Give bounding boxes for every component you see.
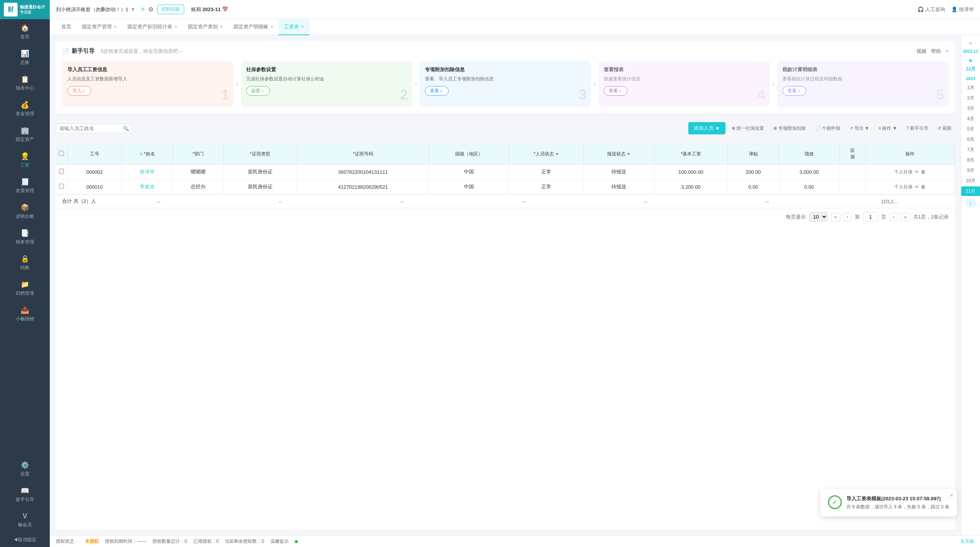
tab-close-icon[interactable]: × [175,24,177,29]
edit-icon[interactable]: ✏ [915,169,919,175]
tab-fixed-assets[interactable]: 固定资产管理 × [77,19,122,35]
sidebar-item-report[interactable]: 📋 报表中心 [0,70,50,96]
tab-asset-category[interactable]: 固定资产类别 × [183,19,228,35]
close-onboarding-button[interactable]: × [946,48,949,54]
step-2-button[interactable]: 设置＞ [246,86,270,96]
add-account-button[interactable]: + [141,5,145,13]
social-insurance-button[interactable]: 个人社保 [894,169,913,175]
guide-button[interactable]: ? 新手引导 [903,124,931,133]
employee-name-link[interactable]: 徐泽华 [140,169,155,175]
prev-page-button[interactable]: ‹ [843,213,852,221]
sidebar-item-expense[interactable]: 📤 小畅报销 [0,301,50,327]
row-checkbox-cell[interactable] [56,180,67,194]
status-filter-icon[interactable]: ▼ [555,152,559,156]
payroll-icon: 👷 [21,152,29,160]
search-box[interactable]: 🔍 [56,124,132,133]
select-all-header[interactable] [56,144,67,165]
collapse-panel-button[interactable]: « [968,38,974,47]
sidebar-item-ledger[interactable]: 📊 总账 [0,45,50,70]
cancel-fixed-button[interactable]: ◀取消固定 [0,533,50,547]
panel-up-button[interactable]: ▲ [967,55,975,64]
sidebar-item-home[interactable]: 🏠 首页 [0,19,50,45]
tab-asset-detail[interactable]: 固定资产明细账 × [228,19,279,35]
tab-close-icon[interactable]: × [301,24,304,29]
social-security-button[interactable]: ⊕ 统一社保设置 [728,124,767,133]
version-switch-button[interactable]: 切到旧版 [157,5,184,14]
sidebar-item-tax[interactable]: 📑 税务管理 [0,224,50,250]
social-insurance-button[interactable]: 个人社保 [894,184,913,190]
sort-icon[interactable]: ⇅ [140,152,143,156]
sidebar-item-label: 税务管理 [16,239,34,245]
delete-icon[interactable]: 🗑 [921,169,926,175]
tax-report-button[interactable]: 📄 个税申报 [812,124,843,133]
sidebar-item-label: 畅会员 [18,522,32,528]
month-item-4[interactable]: 4月 [961,114,980,124]
step-1-button[interactable]: 导入＞ [67,86,91,96]
period-selector[interactable]: 账期 2023-11 📅 [191,6,229,13]
employee-id-no: 412702198206290521 [297,180,429,194]
row-checkbox[interactable] [59,169,64,174]
sidebar-item-assets[interactable]: 🏢 固定资产 [0,122,50,147]
tab-payroll[interactable]: 工资表 × [279,19,309,35]
month-item-9[interactable]: 9月 [961,166,980,175]
pagination: 每页显示 10 20 50 « ‹ 第 页 › » 共1页，2条记录 [56,208,955,225]
next-page-button[interactable]: › [889,213,898,221]
account-selector[interactable]: 刘小艳演示账套（勿删勿动！）1 ▼ [56,6,136,13]
row-checkbox[interactable] [59,184,64,189]
month-item-11[interactable]: 11月 [961,186,980,196]
month-item-2[interactable]: 2月 [961,93,980,103]
sidebar-item-guide[interactable]: 📖 新手引导 [0,482,50,508]
month-item-7[interactable]: 7月 [961,145,980,155]
sidebar-item-finance[interactable]: 💰 资金管理 [0,96,50,122]
tab-close-icon[interactable]: × [271,24,273,29]
employee-nationality: 中国 [429,165,509,180]
sidebar-item-member[interactable]: V 畅会员 [0,508,50,533]
employee-name-link[interactable]: 李俊杰 [140,184,155,189]
settings-button[interactable]: ⚙ [148,6,154,13]
last-page-button[interactable]: » [901,213,910,221]
step-4-card: 查看报表 快速查看统计信息 查看＞ 4 [598,61,770,107]
refresh-button[interactable]: ↺ 刷新 [934,124,955,133]
month-item-3[interactable]: 3月 [961,104,980,113]
video-link[interactable]: 视频 [916,48,926,55]
month-item-8[interactable]: 8月 [961,155,980,165]
ai-consult-button[interactable]: 🎧 人工咨询 [918,6,945,13]
tab-depreciation[interactable]: 固定资产折旧统计表 × [122,19,183,35]
delete-icon[interactable]: 🗑 [921,184,926,189]
month-item-5[interactable]: 5月 [961,124,980,134]
month-item-10[interactable]: 10月 [961,176,980,186]
month-item-1[interactable]: 1月 [961,83,980,93]
edit-icon[interactable]: ✏ [915,184,919,189]
step-3-button[interactable]: 查看＞ [425,86,449,96]
report-filter-icon[interactable]: ▼ [627,152,630,156]
sidebar-item-inventory[interactable]: 📦 进销台账 [0,199,50,224]
export-button[interactable]: ↗ 导出 ▼ [846,124,872,133]
remaining-auth: 当前剩余授权数：0 [225,538,264,545]
operations-button[interactable]: ≡ 操作 ▼ [875,124,900,133]
step-5-button[interactable]: 查看＞ [782,86,806,96]
deduction-button[interactable]: ⊕ 专项附加扣除 [770,124,809,133]
toast-close-button[interactable]: × [950,492,953,498]
step-4-button[interactable]: 查看＞ [604,86,627,96]
sync-icon[interactable]: ↕ [965,198,976,208]
add-person-button[interactable]: 添加人员 ▼ [688,122,725,134]
row-checkbox-cell[interactable] [56,165,67,180]
sidebar-item-closing[interactable]: 🔒 结账 [0,250,50,276]
tab-close-icon[interactable]: × [220,24,223,29]
sidebar-item-payroll[interactable]: 👷 工资 [0,147,50,173]
pay-link[interactable]: 去充值 [960,538,974,545]
search-input[interactable] [59,126,121,131]
month-item-6[interactable]: 6月 [961,135,980,144]
tab-close-icon[interactable]: × [114,24,117,29]
user-profile[interactable]: 👤 徐泽华 [951,6,974,13]
sidebar-item-invoice[interactable]: 🧾 发票管理 [0,173,50,199]
tab-home[interactable]: 首页 [56,19,77,35]
page-number-input[interactable] [863,212,878,221]
sidebar-item-settings[interactable]: ⚙️ 设置 [0,456,50,482]
first-page-button[interactable]: « [831,213,840,221]
month-item-12[interactable]: 12月 [961,64,980,74]
help-link[interactable]: 帮助 [931,48,941,55]
sidebar-item-archive[interactable]: 📁 归档管理 [0,276,50,301]
select-all-checkbox[interactable] [59,151,64,156]
per-page-select[interactable]: 10 20 50 [809,212,828,222]
